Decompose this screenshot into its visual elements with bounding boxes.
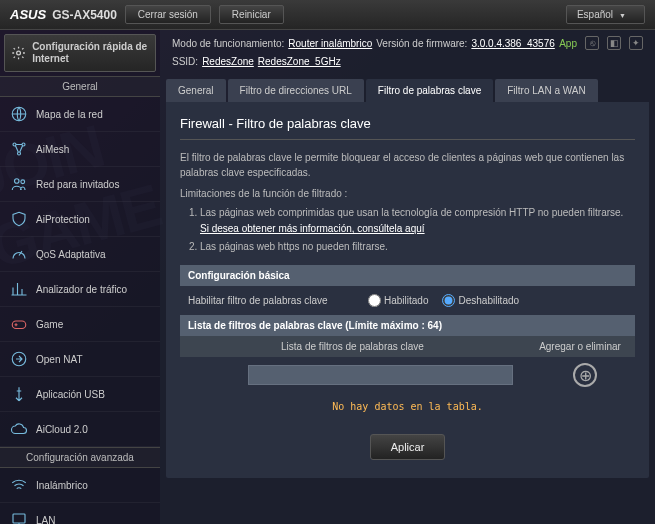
panel-title: Firewall - Filtro de palabras clave — [180, 116, 635, 140]
status-icon-1[interactable]: ⎋ — [585, 36, 599, 50]
svg-rect-7 — [12, 321, 26, 329]
add-button[interactable]: ⊕ — [573, 363, 597, 387]
ssid-value-2[interactable]: RedesZone_5GHz — [258, 56, 341, 67]
panel-description: El filtro de palabras clave le permite b… — [180, 150, 635, 180]
sidebar-item-label: Inalámbrico — [36, 480, 88, 491]
content-area: Modo de funcionamiento: Router inalámbri… — [160, 30, 655, 524]
sidebar-item-guest-network[interactable]: Red para invitados — [0, 167, 160, 202]
sidebar-item-wireless[interactable]: Inalámbrico — [0, 468, 160, 503]
mode-value[interactable]: Router inalámbrico — [288, 38, 372, 49]
tab-keyword-filter[interactable]: Filtro de palabras clave — [366, 79, 493, 102]
fw-label: Versión de firmware: — [376, 38, 467, 49]
limitations-list: Las páginas web comprimidas que usan la … — [200, 205, 635, 255]
gear-icon — [11, 43, 26, 63]
sidebar-item-network-map[interactable]: Mapa de la red — [0, 97, 160, 132]
sidebar-item-label: Mapa de la red — [36, 109, 103, 120]
col-keyword: Lista de filtros de palabras clave — [180, 336, 525, 357]
topbar: ASUS GS-AX5400 Cerrar sesión Reiniciar E… — [0, 0, 655, 30]
sidebar-item-opennat[interactable]: Open NAT — [0, 342, 160, 377]
svg-rect-9 — [13, 514, 25, 523]
svg-point-6 — [21, 180, 25, 184]
sidebar-item-aiprotection[interactable]: AiProtection — [0, 202, 160, 237]
sidebar-item-label: LAN — [36, 515, 55, 525]
ssid-label: SSID: — [172, 56, 198, 67]
status-icon-2[interactable]: ◧ — [607, 36, 621, 50]
svg-point-4 — [18, 152, 21, 155]
basic-config-header: Configuración básica — [180, 265, 635, 286]
lan-icon — [10, 511, 28, 524]
sidebar-item-label: Aplicación USB — [36, 389, 105, 400]
info-header: Modo de funcionamiento: Router inalámbri… — [160, 30, 655, 73]
svg-point-0 — [17, 51, 21, 55]
model-name: GS-AX5400 — [52, 8, 117, 22]
sidebar-item-label: Analizador de tráfico — [36, 284, 127, 295]
mode-label: Modo de funcionamiento: — [172, 38, 284, 49]
usb-icon — [10, 385, 28, 403]
tab-url-filter[interactable]: Filtro de direcciones URL — [228, 79, 364, 102]
table-input-row: ⊕ — [180, 357, 635, 393]
gamepad-icon — [10, 315, 28, 333]
tab-general[interactable]: General — [166, 79, 226, 102]
radio-enabled[interactable]: Habilitado — [368, 294, 428, 307]
status-icon-3[interactable]: ✦ — [629, 36, 643, 50]
sidebar-item-aicloud[interactable]: AiCloud 2.0 — [0, 412, 160, 447]
language-select[interactable]: Español — [566, 5, 645, 24]
logout-button[interactable]: Cerrar sesión — [125, 5, 211, 24]
sidebar-section-advanced: Configuración avanzada — [0, 447, 160, 468]
ssid-value-1[interactable]: RedesZone — [202, 56, 254, 67]
enable-label: Habilitar filtro de palabras clave — [188, 295, 368, 306]
gauge-icon — [10, 245, 28, 263]
limitation-link[interactable]: Si desea obtener más información, consúl… — [200, 223, 425, 234]
radio-disabled[interactable]: Deshabilitado — [442, 294, 519, 307]
sidebar-item-lan[interactable]: LAN — [0, 503, 160, 524]
sidebar-item-label: Game — [36, 319, 63, 330]
enable-row: Habilitar filtro de palabras clave Habil… — [180, 286, 635, 315]
shield-icon — [10, 210, 28, 228]
limitations-label: Limitaciones de la función de filtrado : — [180, 188, 635, 199]
reboot-button[interactable]: Reiniciar — [219, 5, 284, 24]
fw-value[interactable]: 3.0.0.4.386_43576 — [471, 38, 554, 49]
keyword-input[interactable] — [248, 365, 513, 385]
sidebar-item-usb[interactable]: Aplicación USB — [0, 377, 160, 412]
sidebar-item-label: AiProtection — [36, 214, 90, 225]
table-header: Lista de filtros de palabras clave Agreg… — [180, 336, 635, 357]
sidebar-item-label: QoS Adaptativa — [36, 249, 106, 260]
sidebar-item-label: Open NAT — [36, 354, 83, 365]
limitation-2: Las páginas web https no pueden filtrars… — [200, 239, 635, 255]
nat-icon — [10, 350, 28, 368]
apply-button[interactable]: Aplicar — [370, 434, 446, 460]
app-link[interactable]: App — [559, 38, 577, 49]
wifi-icon — [10, 476, 28, 494]
sidebar-item-label: Red para invitados — [36, 179, 119, 190]
users-icon — [10, 175, 28, 193]
sidebar: Configuración rápida de Internet General… — [0, 30, 160, 524]
chart-icon — [10, 280, 28, 298]
svg-point-5 — [15, 179, 20, 184]
mesh-icon — [10, 140, 28, 158]
panel: Firewall - Filtro de palabras clave El f… — [166, 102, 649, 478]
sidebar-item-aimesh[interactable]: AiMesh — [0, 132, 160, 167]
sidebar-item-traffic[interactable]: Analizador de tráfico — [0, 272, 160, 307]
no-data-message: No hay datos en la tabla. — [180, 393, 635, 420]
sidebar-item-qos[interactable]: QoS Adaptativa — [0, 237, 160, 272]
tab-lan-wan-filter[interactable]: Filtro LAN a WAN — [495, 79, 598, 102]
quick-setup-button[interactable]: Configuración rápida de Internet — [4, 34, 156, 72]
sidebar-item-label: AiCloud 2.0 — [36, 424, 88, 435]
sidebar-item-game[interactable]: Game — [0, 307, 160, 342]
limitation-1: Las páginas web comprimidas que usan la … — [200, 205, 635, 237]
brand-logo: ASUS — [10, 7, 46, 22]
cloud-icon — [10, 420, 28, 438]
quick-setup-label: Configuración rápida de Internet — [32, 41, 149, 65]
list-header: Lista de filtros de palabras clave (Lími… — [180, 315, 635, 336]
globe-icon — [10, 105, 28, 123]
tabs: General Filtro de direcciones URL Filtro… — [160, 79, 655, 102]
col-action: Agregar o eliminar — [525, 336, 635, 357]
sidebar-item-label: AiMesh — [36, 144, 69, 155]
sidebar-section-general: General — [0, 76, 160, 97]
